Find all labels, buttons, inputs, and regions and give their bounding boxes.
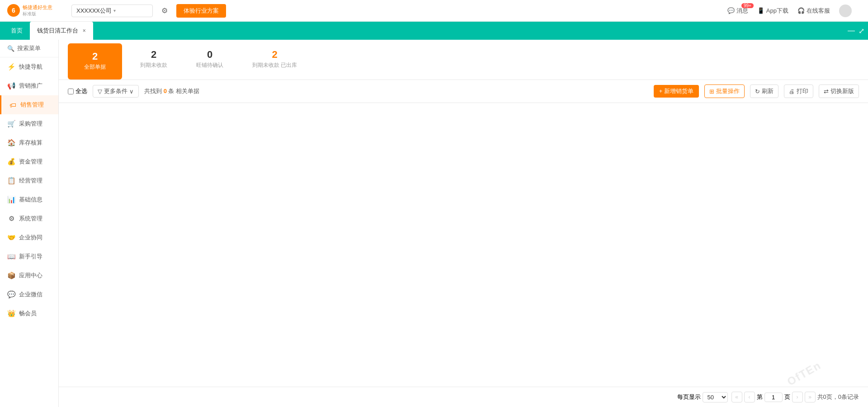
logo-badge: 标准版 — [23, 11, 52, 17]
sidebar-label-purchase: 采购管理 — [19, 120, 42, 128]
search-label: 搜索菜单 — [17, 44, 41, 52]
shipped-count: 2 — [272, 49, 278, 61]
page-size-selector: 每页显示 50 100 200 — [677, 392, 728, 402]
logo-icon: 6 — [7, 4, 20, 17]
filter-label: 更多条件 — [104, 87, 127, 95]
operations-icon: 📋 — [7, 177, 15, 185]
online-service-icon: 🎧 — [797, 7, 805, 14]
summary-cards: 2 全部单据 2 到期未收款 0 旺铺待确认 2 到期未收款 已出库 — [59, 40, 868, 80]
sidebar-label-operations: 经营管理 — [19, 177, 42, 185]
sidebar-label-capital: 资金管理 — [19, 158, 42, 166]
refresh-label: 刷新 — [762, 87, 774, 95]
active-tab-label: 钱货日清工作台 — [37, 27, 78, 34]
sidebar-item-purchase[interactable]: 🛒 采购管理 — [0, 114, 58, 133]
refresh-button[interactable]: ↻ 刷新 — [750, 84, 778, 98]
sidebar-item-enterprise-wx[interactable]: 💬 企业微信 — [0, 285, 58, 304]
add-sales-order-button[interactable]: + 新增销货单 — [654, 85, 699, 98]
print-icon: 🖨 — [789, 88, 795, 95]
total-info: 共0页，0条记录 — [817, 393, 859, 401]
sidebar-item-capital[interactable]: 💰 资金管理 — [0, 152, 58, 171]
found-unit: 条 — [168, 88, 174, 94]
next-page-button[interactable]: › — [792, 392, 803, 402]
logo-text: 畅捷通好生意 — [23, 4, 52, 10]
main-layout: 🔍 搜索菜单 ⚡ 快捷导航 📢 营销推广 🏷 销售管理 🛒 采购管理 🏠 库存核… — [0, 40, 868, 407]
avatar[interactable] — [839, 5, 852, 17]
sidebar-item-marketing[interactable]: 📢 营销推广 — [0, 76, 58, 95]
wangpu-label: 旺铺待确认 — [196, 61, 223, 69]
nav-tab-expand: — ⤢ — [848, 27, 864, 35]
sidebar-label-marketing: 营销推广 — [19, 82, 42, 90]
pagination-bar: 每页显示 50 100 200 « ‹ 第 页 › » 共0页，0条记录 — [59, 387, 868, 407]
batch-operation-button[interactable]: ⊞ 批量操作 — [704, 84, 745, 98]
select-all-checkbox[interactable]: 全选 — [68, 87, 87, 95]
filter-button[interactable]: ▽ 更多条件 ∨ — [93, 85, 139, 98]
print-label: 打印 — [797, 87, 808, 95]
marketing-icon: 📢 — [7, 82, 15, 90]
online-service-button[interactable]: 🎧 在线客服 — [797, 7, 830, 15]
sidebar-item-cooperation[interactable]: 🤝 企业协同 — [0, 228, 58, 247]
sidebar-item-sales[interactable]: 🏷 销售管理 — [0, 95, 58, 114]
switch-label: 切换新版 — [830, 87, 854, 95]
messages-button[interactable]: 💬 消息 99+ — [727, 7, 748, 15]
wangpu-count: 0 — [207, 49, 212, 61]
sidebar-item-inventory[interactable]: 🏠 库存核算 — [0, 133, 58, 152]
summary-card-overdue[interactable]: 2 到期未收款 — [126, 40, 182, 80]
summary-card-shipped[interactable]: 2 到期未收款 已出库 — [238, 40, 311, 80]
toolbar-right: + 新增销货单 ⊞ 批量操作 ↻ 刷新 🖨 打印 ⇄ 切换新版 — [654, 84, 859, 98]
system-icon: ⚙ — [7, 215, 15, 223]
first-page-button[interactable]: « — [731, 392, 742, 402]
message-icon: 💬 — [727, 7, 735, 14]
minimize-icon[interactable]: — — [848, 27, 855, 35]
settings-button[interactable]: ⚙ — [158, 5, 171, 17]
found-count: 0 — [164, 88, 167, 94]
sales-icon: 🏷 — [9, 101, 17, 109]
purchase-icon: 🛒 — [7, 120, 15, 128]
company-name: XXXXXX公司 — [76, 7, 112, 15]
sidebar-item-app-center[interactable]: 📦 应用中心 — [0, 266, 58, 285]
inventory-icon: 🏠 — [7, 139, 15, 147]
prev-page-button[interactable]: ‹ — [744, 392, 755, 402]
sidebar-item-guide[interactable]: 📖 新手引导 — [0, 247, 58, 266]
filter-chevron-icon: ∨ — [129, 88, 134, 95]
app-download-label: App下载 — [766, 7, 788, 15]
last-page-button[interactable]: » — [805, 392, 816, 402]
messages-badge: 99+ — [741, 3, 754, 8]
checkbox-input[interactable] — [68, 89, 74, 94]
switch-version-button[interactable]: ⇄ 切换新版 — [819, 84, 859, 98]
sidebar-item-operations[interactable]: 📋 经营管理 — [0, 171, 58, 190]
batch-icon: ⊞ — [709, 88, 714, 95]
toolbar-left: 全选 ▽ 更多条件 ∨ 共找到 0 条 相关单据 — [68, 85, 648, 98]
summary-card-all[interactable]: 2 全部单据 — [68, 43, 122, 80]
content-area: 2 全部单据 2 到期未收款 0 旺铺待确认 2 到期未收款 已出库 全选 — [59, 40, 868, 407]
print-button[interactable]: 🖨 打印 — [784, 84, 813, 98]
app-download-button[interactable]: 📱 App下载 — [757, 7, 788, 15]
per-page-select[interactable]: 50 100 200 — [703, 392, 728, 402]
expand-icon[interactable]: ⤢ — [859, 27, 864, 35]
summary-card-wangpu[interactable]: 0 旺铺待确认 — [182, 40, 238, 80]
select-all-label: 全选 — [75, 87, 87, 95]
company-selector[interactable]: XXXXXX公司 ▾ — [71, 5, 153, 17]
sidebar-label-enterprise-wx: 企业微信 — [19, 290, 42, 299]
sidebar-search[interactable]: 🔍 搜索菜单 — [0, 40, 58, 57]
batch-label: 批量操作 — [716, 87, 740, 95]
top-bar: 6 畅捷通好生意 标准版 XXXXXX公司 ▾ ⚙ 体验行业方案 💬 消息 99… — [0, 0, 868, 22]
trial-button[interactable]: 体验行业方案 — [176, 4, 226, 18]
online-service-label: 在线客服 — [807, 7, 830, 15]
empty-table-area — [59, 103, 868, 387]
sidebar-label-basic-info: 基础信息 — [19, 196, 42, 204]
page-number-input[interactable] — [764, 393, 783, 402]
page-suffix: 页 — [784, 393, 790, 401]
tab-close-icon[interactable]: × — [83, 28, 86, 34]
tab-active[interactable]: 钱货日清工作台 × — [30, 22, 93, 40]
guide-icon: 📖 — [7, 253, 15, 261]
tab-home[interactable]: 首页 — [4, 22, 30, 40]
sidebar-item-member[interactable]: 👑 畅会员 — [0, 304, 58, 323]
sidebar-item-system[interactable]: ⚙ 系统管理 — [0, 209, 58, 228]
sidebar-item-basic-info[interactable]: 📊 基础信息 — [0, 190, 58, 209]
sidebar-item-quick-nav[interactable]: ⚡ 快捷导航 — [0, 57, 58, 76]
page-nav: « ‹ 第 页 › » 共0页，0条记录 — [731, 392, 859, 402]
found-text: 共找到 0 条 相关单据 — [144, 87, 199, 95]
search-icon: 🔍 — [7, 45, 14, 52]
basic-info-icon: 📊 — [7, 196, 15, 204]
switch-icon: ⇄ — [824, 88, 829, 95]
